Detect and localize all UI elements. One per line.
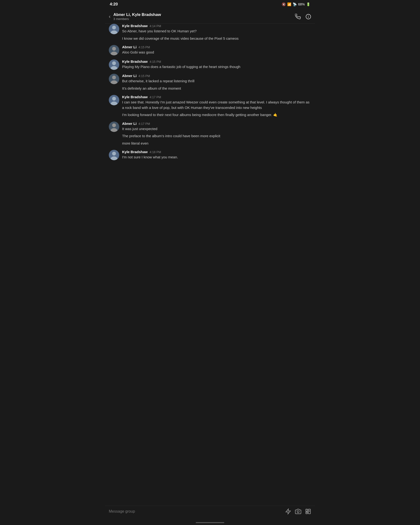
- message-text: So Abner, have you listened to OK Human …: [122, 28, 311, 34]
- message-content: Kyle Bradshaw 4:15 PM Playing My Piano d…: [122, 59, 311, 70]
- sender-name: Abner Li: [122, 45, 137, 49]
- camera-button[interactable]: [295, 508, 301, 515]
- toolbar: ‹ Abner Li, Kyle Bradshaw 3 members: [105, 10, 315, 24]
- message-input[interactable]: [109, 509, 282, 514]
- toolbar-title: Abner Li, Kyle Bradshaw: [113, 12, 295, 17]
- avatar-kyle: [109, 95, 119, 105]
- info-button[interactable]: [305, 14, 311, 19]
- message-header: Abner Li 4:17 PM: [122, 122, 311, 126]
- message-text: I know we did coverage of the music vide…: [122, 36, 311, 41]
- sender-name: Abner Li: [122, 74, 137, 78]
- message-group: Kyle Bradshaw 4:14 PM So Abner, have you…: [109, 24, 311, 41]
- message-time: 4:18 PM: [150, 150, 161, 154]
- message-group: Kyle Bradshaw 4:18 PM I'm not sure I kno…: [109, 150, 311, 160]
- sender-name: Kyle Bradshaw: [122, 95, 148, 99]
- attachment-icon: [305, 508, 311, 515]
- message-text: It was just unexpected: [122, 126, 311, 132]
- messages-area: Kyle Bradshaw 4:14 PM So Abner, have you…: [105, 21, 315, 506]
- phone-icon: [295, 14, 301, 19]
- message-group: Kyle Bradshaw 4:17 PM I can see that. Ho…: [109, 95, 311, 118]
- message-content: Abner Li 4:17 PM It was just unexpected …: [122, 122, 311, 146]
- lightning-button[interactable]: [285, 508, 291, 515]
- home-indicator: [105, 520, 315, 525]
- message-header: Kyle Bradshaw 4:15 PM: [122, 59, 311, 64]
- message-text: But otherwise, it lacked a repeat listen…: [122, 78, 311, 84]
- mute-icon: 🔇: [282, 2, 286, 6]
- message-content: Kyle Bradshaw 4:17 PM I can see that. Ho…: [122, 95, 311, 118]
- avatar-abner: [109, 45, 119, 56]
- sender-name: Kyle Bradshaw: [122, 24, 148, 28]
- avatar-kyle: [109, 59, 119, 70]
- status-bar: 4:20 🔇 📶 📡 68% 🔋: [105, 0, 315, 8]
- sender-name: Kyle Bradshaw: [122, 59, 148, 64]
- message-time: 4:17 PM: [150, 95, 161, 99]
- lightning-icon: [285, 508, 291, 515]
- signal-icon: 📡: [293, 2, 297, 6]
- message-text: Playing My Piano does a fantastic job of…: [122, 64, 311, 70]
- message-group: Kyle Bradshaw 4:15 PM Playing My Piano d…: [109, 59, 311, 70]
- message-header: Kyle Bradshaw 4:17 PM: [122, 95, 311, 99]
- input-icons: [285, 508, 311, 515]
- message-group: Abner Li 4:15 PM Aloo Gobi was good: [109, 45, 311, 56]
- battery-text: 68%: [298, 2, 305, 6]
- input-bar: [105, 506, 315, 520]
- message-text: I'm not sure I know what you mean.: [122, 155, 311, 160]
- svg-marker-4: [286, 509, 291, 514]
- message-text: more literal even: [122, 141, 311, 146]
- message-header: Abner Li 4:15 PM: [122, 45, 311, 49]
- attachment-button[interactable]: [305, 508, 311, 515]
- message-text: It's definitely an album of the moment: [122, 86, 311, 91]
- back-button[interactable]: ‹: [109, 14, 110, 19]
- message-text: Aloo Gobi was good: [122, 50, 311, 55]
- message-header: Abner Li 4:15 PM: [122, 74, 311, 78]
- message-time: 4:15 PM: [138, 74, 150, 78]
- message-text: I can see that. Honestly I'm just amazed…: [122, 100, 311, 110]
- svg-point-5: [297, 511, 299, 513]
- sender-name: Kyle Bradshaw: [122, 150, 148, 154]
- wifi-icon: 📶: [287, 2, 291, 6]
- svg-point-3: [308, 15, 309, 16]
- message-time: 4:15 PM: [138, 46, 150, 49]
- avatar-abner: [109, 74, 119, 84]
- toolbar-info: Abner Li, Kyle Bradshaw 3 members: [113, 12, 295, 21]
- sender-name: Abner Li: [122, 122, 137, 126]
- message-time: 4:15 PM: [150, 60, 161, 64]
- message-header: Kyle Bradshaw 4:18 PM: [122, 150, 311, 154]
- message-time: 4:14 PM: [150, 24, 161, 28]
- message-content: Abner Li 4:15 PM But otherwise, it lacke…: [122, 74, 311, 91]
- toolbar-actions: [295, 14, 311, 19]
- status-icons: 🔇 📶 📡 68% 🔋: [282, 2, 310, 6]
- message-group: Abner Li 4:15 PM But otherwise, it lacke…: [109, 74, 311, 91]
- battery-icon: 🔋: [306, 2, 310, 6]
- info-icon: [305, 14, 311, 19]
- avatar-kyle: [109, 24, 119, 34]
- message-text: The preface to the album's intro could h…: [122, 133, 311, 139]
- message-content: Kyle Bradshaw 4:18 PM I'm not sure I kno…: [122, 150, 311, 160]
- call-button[interactable]: [295, 14, 301, 19]
- avatar-abner: [109, 122, 119, 132]
- message-content: Kyle Bradshaw 4:14 PM So Abner, have you…: [122, 24, 311, 41]
- message-header: Kyle Bradshaw 4:14 PM: [122, 24, 311, 28]
- message-text: I'm looking forward to their next four a…: [122, 112, 311, 118]
- status-time: 4:20: [110, 2, 118, 7]
- message-content: Abner Li 4:15 PM Aloo Gobi was good: [122, 45, 311, 56]
- message-group: Abner Li 4:17 PM It was just unexpected …: [109, 122, 311, 146]
- camera-icon: [295, 508, 301, 515]
- toolbar-subtitle: 3 members: [113, 17, 295, 21]
- message-time: 4:17 PM: [138, 122, 150, 126]
- avatar-kyle: [109, 150, 119, 160]
- home-bar: [196, 522, 224, 523]
